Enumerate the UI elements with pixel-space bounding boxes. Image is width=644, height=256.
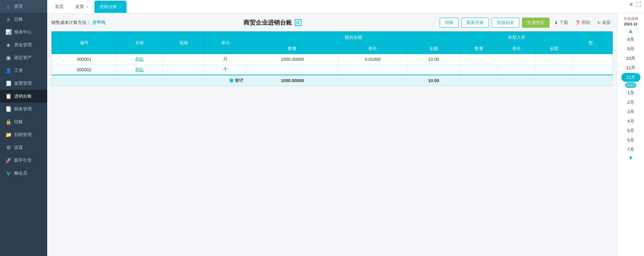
- month-panel: 月份选择 2022.12 ▲ 8月 9月 10月 11月 12月 2023 1月…: [617, 14, 644, 256]
- action-buttons: 对账 重新开账 存报别名 生成凭证 ⬇ 下载 ❓ 帮助 ↻ 刷新: [440, 18, 613, 28]
- sidebar-item-ledger[interactable]: ≡ 总账: [0, 13, 47, 26]
- sidebar-item-label: 新手引导: [14, 157, 32, 163]
- tab-invoice[interactable]: 发票 ×: [70, 1, 93, 13]
- tab-home-label: 首页: [55, 4, 64, 10]
- reconcile-button[interactable]: 对账: [440, 18, 459, 28]
- product-name-link[interactable]: 前缸: [135, 67, 144, 72]
- month-item-2023-5[interactable]: 5月: [621, 126, 640, 135]
- tab-inventory[interactable]: 进销台账 ×: [94, 1, 126, 13]
- total-opening-price: [339, 75, 407, 86]
- close-window-button[interactable]: ✕: [629, 1, 633, 8]
- sidebar-item-vip[interactable]: V 畅会员: [0, 167, 47, 180]
- col-header-opening-qty: 数量: [246, 44, 339, 54]
- month-item-2023-7[interactable]: 7月: [621, 145, 640, 154]
- sidebar-item-archive[interactable]: 📁 归档管理: [0, 128, 47, 141]
- assets-icon: ▣: [5, 55, 11, 61]
- sidebar-item-salary[interactable]: 👤 工资: [0, 64, 47, 77]
- maximize-window-button[interactable]: ⛶: [636, 2, 641, 8]
- refresh-icon: ↻: [597, 20, 601, 25]
- sidebar: ⌂ 首页 ≡ 总账 📊 报表中心 ◈ 资金管理 ▣ 固定资产 👤 工资 🧾 发票…: [0, 0, 47, 256]
- sidebar-item-label: 资金管理: [14, 42, 32, 48]
- main-area: ✕ ⛶ 首页 发票 × 进销台账 × 销售成本计算方法： 月平均: [47, 0, 644, 256]
- sidebar-item-label: 归档管理: [14, 132, 32, 138]
- tab-inventory-close[interactable]: ×: [119, 5, 121, 9]
- total-in-qty: [460, 75, 498, 86]
- cell-more: [573, 65, 612, 75]
- month-item-2023-3[interactable]: 3月: [621, 107, 640, 116]
- col-header-in-price: 单价: [498, 44, 535, 54]
- reopen-button[interactable]: 重新开账: [461, 18, 489, 28]
- gear-icon: ⚙: [5, 145, 11, 151]
- col-header-more: 数...: [573, 32, 612, 54]
- tab-invoice-close[interactable]: ×: [86, 5, 88, 9]
- tab-home[interactable]: 首页: [50, 1, 69, 13]
- cost-method: 销售成本计算方法： 月平均: [51, 20, 105, 26]
- month-item-8[interactable]: 8月: [621, 35, 640, 44]
- year-2023-badge: 2023: [625, 82, 636, 88]
- content-area: 销售成本计算方法： 月平均 商贸企业进销台账 目 对账 重新开账 存报别名 生成…: [47, 14, 644, 256]
- cell-opening-qty: 1000.00000: [246, 54, 339, 65]
- sidebar-item-close[interactable]: 🔒 结账: [0, 116, 47, 128]
- cell-spec: [163, 65, 205, 75]
- product-name-link[interactable]: 前缸: [135, 56, 144, 61]
- sidebar-item-settings[interactable]: ⚙ 设置: [0, 141, 47, 154]
- sidebar-item-assets[interactable]: ▣ 固定资产: [0, 51, 47, 64]
- col-header-name: 名称: [117, 32, 163, 54]
- salary-icon: 👤: [5, 68, 11, 74]
- download-icon: ⬇: [554, 20, 558, 25]
- inventory-icon: 📋: [5, 93, 11, 99]
- cell-name: 前缸: [117, 65, 163, 75]
- sidebar-item-label: 报表中心: [14, 29, 32, 35]
- month-item-10[interactable]: 10月: [621, 54, 640, 63]
- save-as-button[interactable]: 存报别名: [492, 18, 519, 28]
- generate-button[interactable]: 生成凭证: [522, 18, 550, 28]
- cell-opening-amount: 10.00: [407, 54, 460, 65]
- cell-number: 000001: [52, 54, 117, 65]
- refresh-button[interactable]: ↻ 刷新: [595, 18, 613, 27]
- guide-icon: 🚀: [5, 157, 11, 163]
- table-row: 000001 前缸 只 1000.00000 0.01000 10.00: [52, 54, 613, 65]
- col-header-in-amount: 金额: [535, 44, 573, 54]
- month-item-9[interactable]: 9月: [621, 45, 640, 53]
- cost-method-value: 月平均: [92, 20, 105, 25]
- title-info-icon[interactable]: 目: [295, 19, 301, 26]
- cell-in-price: [498, 65, 535, 75]
- total-label: ▣合计: [52, 75, 246, 86]
- cell-name: 前缸: [117, 54, 163, 65]
- col-header-unit: 单位: [205, 32, 246, 54]
- download-button[interactable]: ⬇ 下载: [552, 18, 570, 27]
- month-item-11[interactable]: 11月: [621, 63, 640, 72]
- sidebar-item-finance[interactable]: ◈ 资金管理: [0, 39, 47, 51]
- month-item-2023-1[interactable]: 1月: [621, 88, 640, 97]
- sidebar-item-invoice-mgmt[interactable]: 🧾 发票管理: [0, 77, 47, 90]
- cell-in-price: [498, 54, 535, 65]
- month-item-2023-4[interactable]: 4月: [621, 117, 640, 126]
- sidebar-item-inventory[interactable]: 📋 进销台账: [0, 90, 47, 103]
- col-header-opening-price: 单价: [339, 44, 407, 54]
- total-row: ▣合计 1000.00000 10.00: [52, 75, 613, 86]
- cell-unit: 个: [205, 65, 246, 75]
- help-button[interactable]: ❓ 帮助: [573, 18, 592, 27]
- sidebar-item-tax[interactable]: 📑 税务管理: [0, 103, 47, 116]
- sidebar-item-reports[interactable]: 📊 报表中心: [0, 26, 47, 39]
- close-books-icon: 🔒: [5, 119, 11, 125]
- title-area: 商贸企业进销台账 目: [243, 19, 301, 27]
- total-opening-qty: 1000.00000: [246, 75, 339, 86]
- sidebar-item-home[interactable]: ⌂ 首页: [0, 0, 47, 13]
- month-item-2023-2[interactable]: 2月: [621, 98, 640, 107]
- month-item-12[interactable]: 12月: [621, 73, 640, 82]
- cell-more: [573, 54, 612, 65]
- month-scroll-down-button[interactable]: ▼: [627, 154, 634, 162]
- month-scroll-up-button[interactable]: ▲: [627, 27, 634, 35]
- cell-opening-amount: [407, 65, 460, 75]
- month-item-2023-6[interactable]: 6月: [621, 136, 640, 145]
- table-row: 000002 前缸 个: [52, 65, 613, 75]
- sidebar-item-guide[interactable]: 🚀 新手引导: [0, 154, 47, 167]
- col-header-opening-amount: 金额: [407, 44, 460, 54]
- col-header-spec: 规格: [163, 32, 205, 54]
- window-controls: ✕ ⛶: [629, 1, 641, 8]
- cell-opening-qty: [246, 65, 339, 75]
- cost-method-label: 销售成本计算方法：: [51, 20, 91, 25]
- archive-icon: 📁: [5, 132, 11, 138]
- sidebar-item-label: 结账: [14, 119, 23, 125]
